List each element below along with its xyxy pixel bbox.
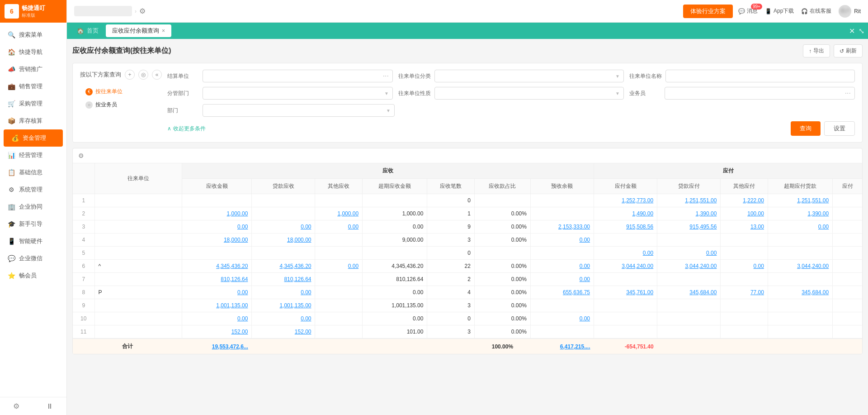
cell-index: 3: [73, 220, 94, 234]
filter-footer: ∧ 收起更多条件 查询 设置: [167, 121, 855, 136]
query-btn[interactable]: 查询: [791, 121, 821, 136]
cell-index: 5: [73, 247, 94, 260]
cell-ap-other: 77.00: [721, 286, 768, 299]
tab-close-icon[interactable]: ×: [162, 28, 165, 34]
table-settings-icon[interactable]: ⚙: [78, 152, 84, 159]
cell-ap-other: [721, 234, 768, 247]
sidebar-item-smart-hw[interactable]: 📱 智能硬件: [0, 233, 66, 250]
logo-icon: 6: [5, 4, 19, 19]
sidebar-item-label: 快捷导航: [19, 48, 42, 56]
tab-controls: ✕ ⤡: [849, 27, 864, 35]
online-service-btn[interactable]: 🎧 在线客服: [801, 7, 831, 15]
export-btn[interactable]: ↑ 导出: [803, 44, 830, 57]
cell-ar-count: 22: [427, 260, 475, 273]
dept-select[interactable]: ▼: [203, 87, 393, 100]
unit-name-input[interactable]: [665, 70, 855, 82]
cell-ap-extra: [833, 234, 862, 247]
tree-item-by-unit[interactable]: € 按往来单位: [80, 85, 162, 98]
cell-ar-count: 0: [427, 194, 475, 207]
tab-ar-ap[interactable]: 应收应付余额查询 ×: [106, 24, 171, 37]
app-download-btn[interactable]: 📱 App下载: [765, 7, 794, 15]
footer-ar-amt[interactable]: 19,553,472,6...: [182, 339, 252, 354]
settings-bottom-icon[interactable]: ⚙: [13, 402, 19, 410]
cell-ar-prepay: 2,153,333.00: [530, 220, 594, 234]
sidebar-item-basic-info[interactable]: 📋 基础信息: [0, 164, 66, 181]
cell-index: 7: [73, 273, 94, 286]
sidebar-item-member[interactable]: ⭐ 畅会员: [0, 267, 66, 284]
cell-ar-overdue: [363, 194, 427, 207]
data-table-wrap: ⚙ 往来单位 应收 应付 应收金额 贷款应收 其他应收 超期应收金额: [72, 148, 863, 354]
settings-gear-icon[interactable]: ⚙: [139, 7, 146, 15]
cell-ap-loan: 1,251,551.00: [657, 194, 721, 207]
tree-staff-icon: ○: [85, 101, 93, 109]
sidebar-item-finance[interactable]: 💰 资金管理: [4, 129, 63, 147]
sidebar-item-marketing[interactable]: 📣 营销推广: [0, 61, 66, 78]
tree-item-by-staff[interactable]: ○ 按业务员: [80, 98, 162, 111]
cell-ar-count: 2: [427, 273, 475, 286]
department-chevron-icon: ▼: [386, 108, 391, 113]
footer-ar-prepay[interactable]: 6,417,215....: [530, 339, 594, 354]
pause-icon[interactable]: ⏸: [46, 402, 53, 410]
cell-ar-other: 1,000.00: [315, 207, 363, 220]
cell-unit-name: [94, 312, 182, 325]
unit-category-select[interactable]: ▼: [434, 70, 624, 82]
filter-title: 按以下方案查询: [80, 71, 121, 79]
tab-bar: 🏠 首页 应收应付余额查询 × ✕ ⤡: [67, 23, 868, 39]
tab-close-window-icon[interactable]: ✕: [849, 27, 855, 35]
footer-ar-count: [427, 339, 475, 354]
sidebar-item-quick-nav[interactable]: 🏠 快捷导航: [0, 43, 66, 61]
collapse-btn[interactable]: ∧ 收起更多条件: [167, 125, 206, 133]
sidebar-item-enterprise[interactable]: 🏢 企业协同: [0, 198, 66, 215]
user-area[interactable]: 用户 Rit: [839, 5, 861, 18]
unit-name-label: 往来单位名称: [629, 72, 662, 80]
cell-ar-other: [315, 247, 363, 260]
search-menu-icon: 🔍: [7, 31, 15, 39]
sidebar-item-label: 企业协同: [19, 203, 42, 211]
sidebar-item-sales[interactable]: 💼 销售管理: [0, 78, 66, 95]
solution-btn[interactable]: 体验行业方案: [683, 5, 733, 18]
cell-ar-count: 0: [427, 312, 475, 325]
sidebar-item-weixin[interactable]: 💬 企业微信: [0, 250, 66, 267]
breadcrumb: › ⚙: [74, 6, 678, 16]
cell-ar-loan: 0.00: [252, 312, 315, 325]
cell-ar-overdue: 0.00: [363, 220, 427, 234]
settlement-unit-input[interactable]: ···: [203, 70, 393, 82]
unit-category-chevron-icon: ▼: [615, 74, 620, 79]
cell-ar-ratio: 0.00%: [474, 312, 530, 325]
cell-ap-other: 1,222.00: [721, 194, 768, 207]
add-condition-btn[interactable]: +: [125, 70, 135, 80]
cell-ar-amt: [182, 194, 252, 207]
cell-ar-amt: [182, 247, 252, 260]
cell-ar-prepay: [530, 325, 594, 339]
cell-ar-loan: [252, 247, 315, 260]
unit-nature-select[interactable]: ▼: [434, 87, 624, 100]
sidebar-item-system[interactable]: ⚙ 系统管理: [0, 181, 66, 198]
settings-btn[interactable]: 设置: [824, 121, 855, 136]
sidebar-item-inventory[interactable]: 📦 库存核算: [0, 112, 66, 129]
refresh-btn[interactable]: ↺ 刷新: [834, 44, 863, 57]
tab-home[interactable]: 🏠 首页: [71, 24, 105, 37]
cell-ap-other: [721, 273, 768, 286]
cell-ap-amt: 0.00: [594, 247, 657, 260]
department-select[interactable]: ▼: [203, 104, 395, 117]
sidebar-item-purchase[interactable]: 🛒 采购管理: [0, 95, 66, 112]
table-row: 11 152.00 152.00 101.00 3 0.00%: [73, 325, 862, 339]
cell-ap-loan: 345,684.00: [657, 286, 721, 299]
sidebar-item-beginner[interactable]: 🎓 新手引导: [0, 215, 66, 233]
salesman-input[interactable]: ···: [665, 87, 855, 100]
target-icon-btn[interactable]: ◎: [138, 70, 148, 80]
cell-ap-amt: [594, 325, 657, 339]
action-buttons: 查询 设置: [791, 121, 855, 136]
cell-ar-other: [315, 194, 363, 207]
cell-ar-ratio: 0.00%: [474, 273, 530, 286]
sidebar-item-operation[interactable]: 📊 经营管理: [0, 147, 66, 164]
message-btn[interactable]: 💬 消息 99+: [738, 7, 758, 15]
tab-home-label: 首页: [87, 27, 99, 35]
cell-ap-extra: [833, 247, 862, 260]
collapse-left-btn[interactable]: «: [152, 70, 162, 80]
sidebar-item-search-menu[interactable]: 🔍 搜索菜单: [0, 26, 66, 43]
sidebar-item-label: 采购管理: [19, 100, 42, 108]
cell-unit-name: [94, 273, 182, 286]
tab-maximize-icon[interactable]: ⤡: [859, 27, 864, 35]
cell-ar-other: [315, 312, 363, 325]
